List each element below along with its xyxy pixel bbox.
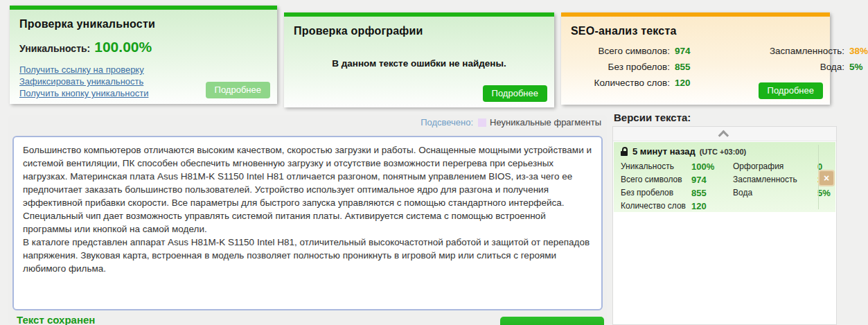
version-time: 5 минут назад: [632, 146, 696, 157]
version-stats: Уникальность 100% Орфография 0 Всего сим…: [621, 160, 812, 213]
seo-stat-label: Всего символов:: [571, 43, 675, 59]
version-stat-label: Заспамленность: [733, 173, 817, 186]
legend-item-label: Неуникальные фрагменты: [490, 117, 601, 128]
version-stat-label: Орфография: [733, 160, 817, 173]
version-stat-label: Уникальность: [621, 160, 691, 173]
version-stat-label: Вода: [733, 186, 817, 200]
versions-collapse-button[interactable]: [613, 127, 836, 141]
version-stat-value: 100%: [691, 160, 733, 173]
editor-container: Подсвечено: Неуникальные фрагменты Больш…: [8, 115, 607, 325]
seo-stat-value: 974: [675, 43, 718, 59]
check-uniqueness-button[interactable]: [500, 317, 604, 325]
seo-stat-label: Без пробелов:: [571, 59, 675, 75]
seo-stat-label: Вода:: [718, 59, 849, 75]
highlight-legend: Подсвечено: Неуникальные фрагменты: [420, 117, 601, 128]
seo-stat-value: 5%: [849, 59, 868, 75]
seo-stat-value: 120: [675, 75, 718, 91]
uniqueness-panel-title: Проверка уникальности: [19, 18, 267, 30]
seo-stat-value: 855: [675, 59, 718, 75]
version-stat-label: Без пробелов: [621, 186, 691, 200]
version-delete-button[interactable]: ×: [818, 170, 835, 186]
version-stat-label: Всего символов: [621, 173, 691, 186]
legend-label: Подсвечено:: [420, 117, 473, 128]
version-stat-value: 120: [691, 200, 733, 213]
uniqueness-more-button[interactable]: Подробнее: [206, 82, 270, 98]
nonunique-highlight-swatch-icon: [478, 118, 486, 127]
versions-panel: 5 минут назад (UTC +03:00) Уникальность …: [612, 126, 837, 325]
uniqueness-metric-value: 100.00%: [94, 39, 152, 55]
versions-title: Версии текста:: [614, 112, 691, 123]
spelling-result-message: В данном тексте ошибки не найдены.: [284, 58, 554, 69]
version-stat-value: 5%: [817, 186, 835, 200]
chevron-up-icon: [718, 130, 729, 141]
version-stat-value: 855: [691, 186, 733, 200]
spelling-panel-title: Проверка орфографии: [294, 25, 544, 37]
version-stat-value: 974: [691, 173, 733, 186]
seo-panel: SEO-анализ текста Всего символов: 974 За…: [561, 12, 830, 105]
version-stat-label: Количество слов: [621, 200, 691, 213]
spelling-more-button[interactable]: Подробнее: [483, 85, 547, 102]
spelling-panel: Проверка орфографии В данном тексте ошиб…: [284, 12, 554, 107]
seo-stat-label: Заспамленность:: [718, 43, 849, 59]
uniqueness-panel: Проверка уникальности Уникальность:100.0…: [10, 6, 277, 104]
seo-stat-value: 38%: [849, 43, 868, 59]
seo-panel-title: SEO-анализ текста: [571, 25, 820, 37]
get-check-link[interactable]: Получить ссылку на проверку: [19, 64, 267, 76]
seo-stat-label: Количество слов:: [571, 75, 675, 91]
page: Проверка уникальности Уникальность:100.0…: [0, 0, 868, 325]
version-timezone: (UTC +03:00): [700, 148, 747, 156]
seo-more-button[interactable]: Подробнее: [759, 82, 823, 99]
saved-status: Текст сохранен: [17, 314, 95, 325]
uniqueness-metric-label: Уникальность:: [19, 43, 90, 54]
version-card[interactable]: 5 минут назад (UTC +03:00) Уникальность …: [614, 142, 835, 212]
text-editor[interactable]: Большинство компьютеров отличаются высок…: [12, 136, 603, 310]
lock-icon: [621, 147, 628, 156]
